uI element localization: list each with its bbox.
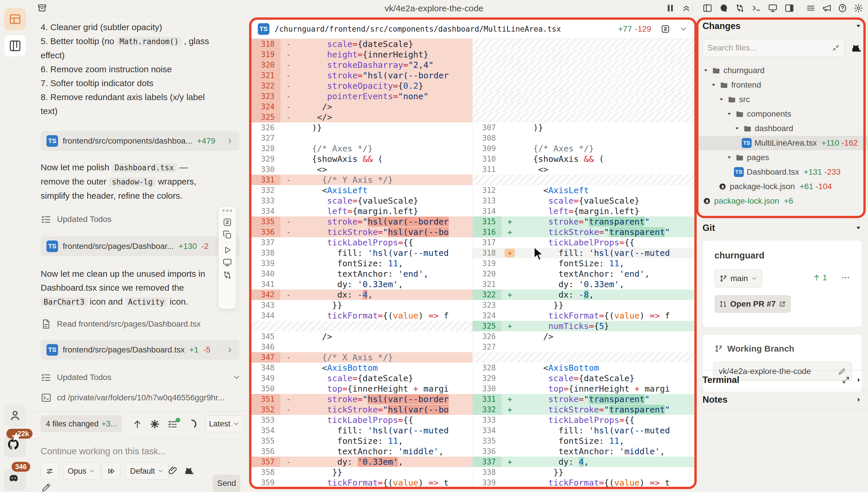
cat-icon[interactable] xyxy=(850,42,862,54)
repo-name: churnguard xyxy=(714,250,862,261)
changes-section-header[interactable]: Changes xyxy=(703,21,862,31)
chat-bubble-icon[interactable] xyxy=(719,3,728,13)
file-edit-chip[interactable]: TS frontend/src/pages/Dashboard.tsx +1 -… xyxy=(41,340,239,360)
tree-file-package-lock.json[interactable]: package-lock.json +6 xyxy=(697,194,868,208)
monitor-icon[interactable] xyxy=(222,257,232,268)
cat-icon[interactable] xyxy=(183,465,194,476)
line-marker xyxy=(502,133,518,143)
git-section-header[interactable]: Git xyxy=(703,223,862,233)
line-marker: - xyxy=(280,175,297,185)
gear-icon[interactable] xyxy=(853,3,863,13)
menu-icon[interactable] xyxy=(806,3,816,13)
panel-left-icon[interactable] xyxy=(703,3,712,13)
arrow-up-icon[interactable] xyxy=(132,419,143,429)
collapse-chevron-icon[interactable] xyxy=(679,25,688,33)
pencil-icon[interactable] xyxy=(838,367,846,376)
tree-folder-frontend[interactable]: frontend xyxy=(697,78,868,92)
highlighter-icon[interactable] xyxy=(41,482,52,492)
chat-input[interactable]: Continue working on this task... xyxy=(41,446,227,457)
diff-row: 354 fill: 'hsl(var(--muted 334 fill: 'hs… xyxy=(251,425,694,436)
tool-call-row[interactable]: Updated Todos xyxy=(41,372,241,383)
add-comment-button[interactable]: + xyxy=(505,249,515,257)
more-options-icon[interactable] xyxy=(841,273,850,282)
branch-dropdown[interactable]: main xyxy=(714,270,762,288)
open-pr-button[interactable]: Open PR #7 xyxy=(714,295,791,313)
triangle-down-icon[interactable] xyxy=(703,67,709,74)
chip-additions: +479 xyxy=(197,136,215,146)
diff-line: 309 {/* Axes */} xyxy=(472,143,694,154)
send-button[interactable]: Send xyxy=(213,474,240,492)
terminal-section-header[interactable]: Terminal xyxy=(703,375,862,385)
play-icon[interactable] xyxy=(222,245,232,255)
layout-view-button[interactable] xyxy=(4,8,26,30)
diff-line: 320 textAnchor: 'end', xyxy=(472,269,694,279)
chip-additions: +130 xyxy=(179,242,197,251)
line-marker xyxy=(280,206,297,216)
line-marker: - xyxy=(280,227,297,237)
files-changed-pill[interactable]: 4 files changed +3... xyxy=(41,415,122,432)
tool-call-row[interactable]: cd /private/var/folders/10/h7w0q46556ggr… xyxy=(41,392,241,403)
settings-sliders-button[interactable] xyxy=(41,462,58,480)
tree-folder-pages[interactable]: pages xyxy=(697,150,868,165)
account-button[interactable] xyxy=(4,404,26,426)
model-dropdown[interactable]: Opus xyxy=(63,462,100,480)
terminal-icon[interactable] xyxy=(752,3,761,13)
tree-folder-dashboard[interactable]: dashboard xyxy=(697,121,868,136)
paperclip-icon[interactable] xyxy=(167,465,178,476)
pause-icon[interactable] xyxy=(665,3,675,13)
file-edit-chip[interactable]: TS frontend/src/pages/Dashboar... +130 -… xyxy=(41,237,239,256)
triangle-down-icon[interactable] xyxy=(726,154,732,161)
tool-call-row[interactable]: Read frontend/src/pages/Dashboard.tsx xyxy=(41,319,241,329)
line-number: 307 xyxy=(473,122,502,133)
monitor-icon[interactable] xyxy=(768,3,778,13)
panel-right-icon[interactable] xyxy=(784,3,794,13)
triangle-down-icon[interactable] xyxy=(734,125,740,132)
line-number: 327 xyxy=(473,342,502,352)
chip-file-path: frontend/src/components/dashboa... xyxy=(63,136,192,146)
folder-icon xyxy=(720,81,728,89)
tree-folder-components[interactable]: components xyxy=(697,107,868,121)
chevron-down-icon[interactable] xyxy=(232,373,241,382)
chevrons-up-icon[interactable] xyxy=(681,3,691,13)
notes-section-header[interactable]: Notes xyxy=(703,395,862,405)
triangle-down-icon[interactable] xyxy=(726,111,732,117)
board-view-button[interactable] xyxy=(4,35,26,57)
tree-file-MultiLineArea.tsx[interactable]: TSMultiLineArea.tsx +110-162 xyxy=(697,136,868,150)
copy-icon[interactable] xyxy=(222,230,232,240)
github-button[interactable]: 22k xyxy=(4,435,26,457)
help-icon[interactable] xyxy=(838,3,847,13)
diff-line: 312 <AxisLeft xyxy=(472,185,694,196)
typescript-badge: TS xyxy=(46,344,58,356)
expand-icon[interactable] xyxy=(842,376,850,384)
diff-line: 334 left={margin.left} xyxy=(251,206,472,216)
file-edit-chip[interactable]: TS frontend/src/components/dashboa... +4… xyxy=(41,131,239,151)
diff-line: 326 /> xyxy=(472,331,694,342)
file-search-input[interactable]: Search files... xyxy=(703,39,845,57)
git-compare-icon[interactable] xyxy=(222,270,232,280)
diff-square-icon[interactable] xyxy=(222,217,232,227)
tree-file-Dashboard.tsx[interactable]: TSDashboard.tsx +131-233 xyxy=(697,165,868,179)
code-text: tickStroke="transparent" xyxy=(518,227,694,237)
spark-icon[interactable] xyxy=(149,419,160,429)
latest-dropdown[interactable]: Latest xyxy=(205,415,244,432)
tool-call-row[interactable]: Updated Todos xyxy=(41,214,241,225)
mode-dropdown[interactable]: Default xyxy=(125,462,169,480)
tree-folder-churnguard[interactable]: churnguard xyxy=(697,63,868,78)
git-compare-icon[interactable] xyxy=(735,3,745,13)
triangle-down-icon[interactable] xyxy=(710,82,717,88)
tree-folder-src[interactable]: src xyxy=(697,92,868,107)
triangle-down-icon[interactable] xyxy=(718,96,725,103)
discord-button[interactable]: 346 xyxy=(4,469,26,491)
collapse-tree-icon[interactable] xyxy=(832,44,840,52)
input-divider xyxy=(30,439,250,439)
line-number: 310 xyxy=(473,154,502,164)
drag-handle-icon[interactable] xyxy=(222,210,232,212)
tree-file-package-lock.json[interactable]: package-lock.json +61-104 xyxy=(697,179,868,194)
fast-forward-button[interactable] xyxy=(102,462,120,480)
archive-icon[interactable] xyxy=(37,3,47,13)
megaphone-icon[interactable] xyxy=(822,3,832,13)
diff-gap xyxy=(472,70,694,81)
diff-row: 358 }} 338 }} xyxy=(251,467,694,477)
line-number: 321 xyxy=(473,279,502,290)
diff-view-toggle-icon[interactable] xyxy=(660,24,670,34)
